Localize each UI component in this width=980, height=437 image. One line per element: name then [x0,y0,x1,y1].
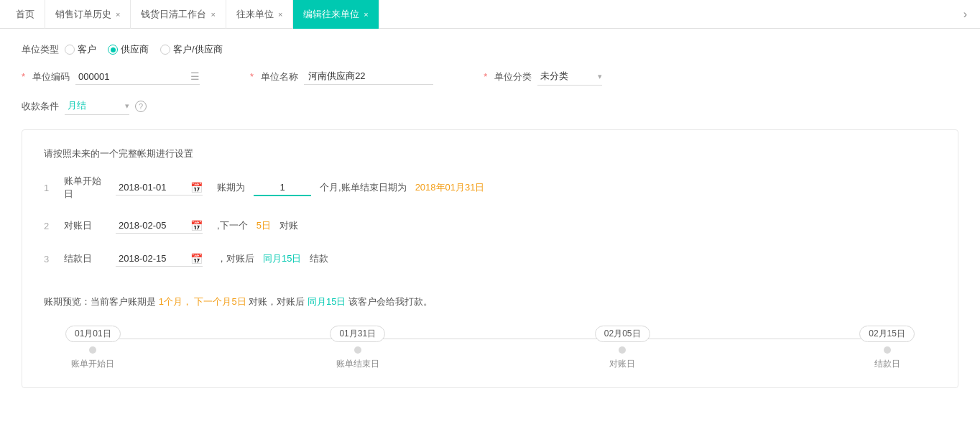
preview-part1: 1个月， [159,296,192,307]
tab-partner-unit-close[interactable]: × [278,10,282,19]
payment-terms-label: 收款条件 [22,100,59,113]
radio-customer-supplier-circle [160,45,170,55]
tab-overflow-chevron[interactable]: › [956,8,974,21]
preview-part2: 下一个月5日 [194,296,246,307]
row-3-date[interactable] [116,251,188,266]
row-2-label: 对账日 [64,219,107,232]
tab-cash-work-label: 钱货日清工作台 [141,8,206,21]
unit-code-lookup-icon[interactable]: ☰ [190,70,200,82]
timeline-point-2: 01月31日 账单结束日 [330,326,385,370]
row-2-suffix: 对账 [279,219,298,232]
tab-cash-work-close[interactable]: × [211,10,215,19]
tl-dot-3 [619,346,626,354]
timeline-point-4: 02月15日 结款日 [859,326,915,370]
tab-sales-history-label: 销售订单历史 [55,8,111,21]
unit-code-input-wrapper: ☰ [75,69,200,85]
unit-category-select[interactable]: 未分类 ▾ [537,68,602,86]
tl-dot-1 [89,346,96,354]
setting-row-1: 1 账单开始日 📅 账期为 个月,账单结束日期为 2018年01月31日 [44,175,936,201]
unit-name-group: * 单位名称 [250,69,433,85]
tab-edit-partner[interactable]: 编辑往来单位 × [293,0,379,29]
payment-terms-select[interactable]: 月结 ▾ [65,97,129,115]
timeline-point-3: 02月05日 对账日 [595,326,650,370]
unit-category-group: * 单位分类 未分类 ▾ [484,68,602,86]
tab-sales-history-close[interactable]: × [116,10,120,19]
row-3-calendar-icon[interactable]: 📅 [190,253,203,264]
radio-customer-supplier-label: 客户/供应商 [173,43,223,56]
tab-cash-work[interactable]: 钱货日清工作台 × [131,0,226,29]
tab-sales-history[interactable]: 销售订单历史 × [45,0,131,29]
row-1-calendar-icon[interactable]: 📅 [190,182,203,193]
unit-info-row: * 单位编码 ☰ * 单位名称 * 单位分类 未分类 ▾ [22,68,958,86]
tl-label-4: 结款日 [874,358,900,370]
settings-card: 请按照未来的一个完整帐期进行设置 1 账单开始日 📅 账期为 个月,账单结束日期… [22,129,958,388]
tl-date-3: 02月05日 [595,326,650,342]
tab-home[interactable]: 首页 [6,0,45,29]
row-3-prefix: ，对账后 [217,252,254,265]
preview-section: 账期预览：当前客户账期是 1个月， 下一个月5日 对账，对账后 同月15日 该客… [44,284,936,370]
unit-category-label: 单位分类 [494,70,532,83]
tl-label-2: 账单结束日 [336,358,379,370]
unit-code-required: * [22,71,25,82]
row-2-prefix: ,下一个 [217,219,248,232]
period-input[interactable] [254,180,311,196]
tl-dot-4 [884,346,891,354]
card-title: 请按照未来的一个完整帐期进行设置 [44,147,936,160]
setting-row-2: 2 对账日 📅 ,下一个 5日 对账 [44,218,936,234]
tab-partner-unit[interactable]: 往来单位 × [226,0,293,29]
row-3-num: 3 [44,254,55,264]
preview-text: 账期预览：当前客户账期是 1个月， 下一个月5日 对账，对账后 同月15日 该客… [44,295,936,308]
payment-terms-chevron[interactable]: ▾ [125,101,129,111]
tl-label-1: 账单开始日 [71,358,114,370]
main-content: 单位类型 客户 供应商 客户/供应商 * 单位编码 [0,29,980,437]
unit-category-required: * [484,71,487,82]
unit-name-label: 单位名称 [261,70,298,83]
row-3-label: 结款日 [64,252,107,265]
row-2-date[interactable] [116,218,188,233]
radio-customer[interactable]: 客户 [65,43,96,56]
row-3-date-input: 📅 [116,251,203,267]
radio-supplier[interactable]: 供应商 [108,43,149,56]
timeline-point-1: 01月01日 账单开始日 [65,326,121,370]
row-2-date-input: 📅 [116,218,203,234]
row-1-end-date: 2018年01月31日 [415,181,485,194]
unit-code-group: * 单位编码 ☰ [22,69,200,85]
tabs-bar: 首页 销售订单历史 × 钱货日清工作台 × 往来单位 × 编辑往来单位 × › [0,0,980,29]
row-1-date[interactable] [116,180,188,195]
unit-name-required: * [250,71,254,82]
radio-customer-circle [65,45,75,55]
tab-edit-partner-label: 编辑往来单位 [303,8,359,21]
tl-date-4: 02月15日 [859,326,915,342]
unit-code-input[interactable] [75,69,190,84]
tab-edit-partner-close[interactable]: × [364,10,368,19]
unit-type-radio-group: 客户 供应商 客户/供应商 [65,43,223,56]
setting-row-3: 3 结款日 📅 ，对账后 同月15日 结款 [44,251,936,267]
tl-label-3: 对账日 [609,358,635,370]
unit-name-input[interactable] [304,69,433,85]
tab-partner-unit-label: 往来单位 [236,8,274,21]
tl-date-1: 01月01日 [65,326,121,342]
unit-type-label: 单位类型 [22,43,59,56]
row-2-calendar-icon[interactable]: 📅 [190,220,203,231]
payment-terms-help-icon[interactable]: ? [135,101,147,112]
row-1-date-input: 📅 [116,180,203,196]
preview-part3: 对账，对账后 [249,296,305,307]
row-3-highlight: 同月15日 [263,252,301,265]
row-1-label: 账单开始日 [64,175,107,201]
unit-category-chevron[interactable]: ▾ [598,72,602,81]
row-1-suffix-after: 个月,账单结束日期为 [320,181,407,194]
radio-customer-supplier[interactable]: 客户/供应商 [160,43,223,56]
row-2-num: 2 [44,221,55,231]
radio-supplier-circle [108,45,118,55]
row-1-num: 1 [44,183,55,193]
preview-part5: 该客户会给我打款。 [348,296,433,307]
timeline-points: 01月01日 账单开始日 01月31日 账单结束日 02月05日 对账日 [65,326,915,370]
tab-home-label: 首页 [16,8,34,21]
payment-terms-group: 收款条件 月结 ▾ ? [22,97,147,115]
payment-terms-value: 月结 [65,97,122,114]
row-3-suffix: 结款 [310,252,328,265]
row-2-highlight: 5日 [256,219,271,232]
tl-dot-2 [354,346,361,354]
unit-type-row: 单位类型 客户 供应商 客户/供应商 [22,43,958,56]
radio-customer-label: 客户 [78,43,96,56]
